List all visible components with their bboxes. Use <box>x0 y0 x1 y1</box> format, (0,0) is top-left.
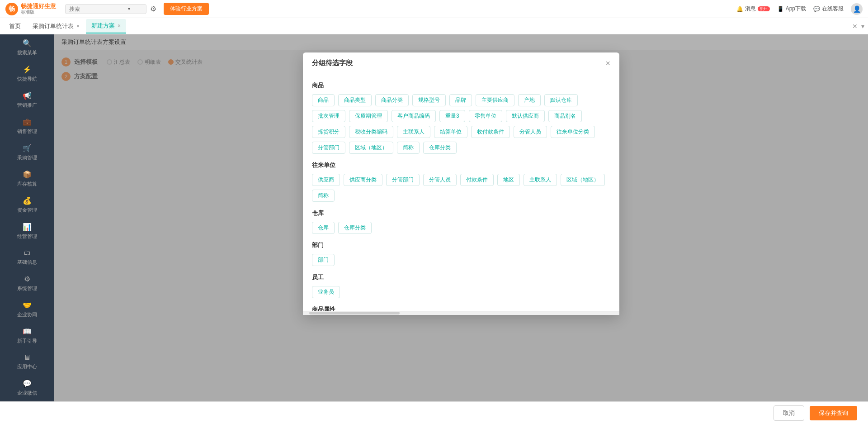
logo-text: 畅捷通好生意 标准版 <box>21 3 56 15</box>
sidebar-item-13[interactable]: 💬企业微信 <box>0 375 54 401</box>
tab-home-label: 首页 <box>9 22 21 30</box>
sidebar-icon-11: 📖 <box>23 327 32 336</box>
scrollbar-thumb[interactable] <box>309 312 400 314</box>
sidebar-item-5[interactable]: 📦库存核算 <box>0 166 54 192</box>
top-right-area: 🔔 消息 99+ 📱 App下载 💬 在线客服 👤 <box>736 3 863 15</box>
app-download-item[interactable]: 📱 App下载 <box>777 5 806 13</box>
settings-icon[interactable]: ⚙ <box>150 5 156 13</box>
field-tag-1-8[interactable]: 简称 <box>312 190 335 202</box>
field-tag-0-11[interactable]: 重量3 <box>439 110 465 122</box>
field-tag-0-14[interactable]: 商品别名 <box>548 110 582 122</box>
field-tag-0-15[interactable]: 拣货积分 <box>312 126 345 138</box>
field-tag-1-3[interactable]: 分管人员 <box>423 174 457 186</box>
modal-header: 分组待选字段 × <box>303 52 619 74</box>
sidebar-item-10[interactable]: 🤝企业协同 <box>0 296 54 323</box>
field-list-3: 部门 <box>312 254 610 266</box>
field-list-4: 业务员 <box>312 286 610 298</box>
sidebar-item-1[interactable]: ⚡快捷导航 <box>0 61 54 87</box>
sidebar-icon-13: 💬 <box>23 379 32 388</box>
field-group-title-1: 往来单位 <box>312 161 610 169</box>
sidebar-item-7[interactable]: 📊经营管理 <box>0 218 54 244</box>
field-tag-1-1[interactable]: 供应商分类 <box>344 174 382 186</box>
service-icon: 💬 <box>813 6 820 12</box>
sidebar-item-11[interactable]: 📖新手引导 <box>0 323 54 349</box>
field-tag-0-24[interactable]: 简称 <box>397 142 420 154</box>
sidebar-item-4[interactable]: 🛒采购管理 <box>0 139 54 166</box>
search-input[interactable] <box>69 6 128 12</box>
search-box[interactable]: ▾ <box>65 4 146 14</box>
field-tag-1-5[interactable]: 地区 <box>497 174 520 186</box>
avatar[interactable]: 👤 <box>851 3 863 15</box>
field-tag-0-3[interactable]: 规格型号 <box>412 94 446 106</box>
field-tag-2-1[interactable]: 仓库分类 <box>338 222 372 234</box>
modal-close-button[interactable]: × <box>605 59 610 67</box>
field-tag-3-0[interactable]: 部门 <box>312 254 335 266</box>
sidebar-label-9: 系统管理 <box>17 285 37 292</box>
search-dropdown-icon[interactable]: ▾ <box>128 6 130 11</box>
field-tag-1-6[interactable]: 主联系人 <box>524 174 557 186</box>
field-tag-1-0[interactable]: 供应商 <box>312 174 340 186</box>
field-tag-0-17[interactable]: 主联系人 <box>397 126 430 138</box>
sidebar-item-9[interactable]: ⚙系统管理 <box>0 270 54 296</box>
experience-button[interactable]: 体验行业方案 <box>164 3 209 15</box>
tab-new-plan[interactable]: 新建方案 × <box>86 19 126 33</box>
tab-action-close[interactable]: ✕ <box>852 23 858 30</box>
cancel-button[interactable]: 取消 <box>774 405 804 421</box>
field-tag-0-13[interactable]: 默认供应商 <box>506 110 545 122</box>
sidebar-item-0[interactable]: 🔍搜索菜单 <box>0 34 54 61</box>
sidebar-item-8[interactable]: 🗂基础信息 <box>0 244 54 270</box>
tab-action-more[interactable]: ▾ <box>861 23 864 30</box>
field-tag-0-19[interactable]: 收付款条件 <box>471 126 510 138</box>
sidebar-label-2: 营销推广 <box>17 102 37 109</box>
field-tag-4-0[interactable]: 业务员 <box>312 286 340 298</box>
field-group-title-0: 商品 <box>312 81 610 90</box>
field-tag-0-22[interactable]: 分管部门 <box>312 142 345 154</box>
field-tag-1-2[interactable]: 分管部门 <box>386 174 420 186</box>
field-tag-0-16[interactable]: 税收分类编码 <box>349 126 393 138</box>
tab-purchase-stat-close[interactable]: × <box>76 23 80 29</box>
notification-item[interactable]: 🔔 消息 99+ <box>736 5 770 13</box>
sidebar-item-3[interactable]: 💼销售管理 <box>0 113 54 139</box>
field-tag-1-7[interactable]: 区域（地区） <box>561 174 605 186</box>
field-tag-2-0[interactable]: 仓库 <box>312 222 335 234</box>
logo-icon: 畅 <box>5 3 18 15</box>
sidebar-icon-3: 💼 <box>23 118 32 126</box>
save-query-button[interactable]: 保存并查询 <box>810 406 857 420</box>
field-tag-0-10[interactable]: 客户商品编码 <box>392 110 436 122</box>
field-tag-0-6[interactable]: 产地 <box>518 94 541 106</box>
field-tag-1-4[interactable]: 付款条件 <box>460 174 494 186</box>
field-tag-0-8[interactable]: 批次管理 <box>312 110 345 122</box>
modal: 分组待选字段 × 商品商品商品类型商品分类规格型号品牌主要供应商产地默认仓库批次… <box>303 52 619 315</box>
field-list-2: 仓库仓库分类 <box>312 222 610 234</box>
field-tag-0-18[interactable]: 结算单位 <box>434 126 467 138</box>
field-tag-0-4[interactable]: 品牌 <box>449 94 472 106</box>
online-service-item[interactable]: 💬 在线客服 <box>813 5 844 13</box>
field-tag-0-23[interactable]: 区域（地区） <box>349 142 393 154</box>
field-tag-0-5[interactable]: 主要供应商 <box>476 94 514 106</box>
sidebar-item-6[interactable]: 💰资金管理 <box>0 192 54 218</box>
sidebar-item-12[interactable]: 🖥应用中心 <box>0 349 54 375</box>
modal-body: 商品商品商品类型商品分类规格型号品牌主要供应商产地默认仓库批次管理保质期管理客户… <box>303 74 619 311</box>
sidebar-icon-8: 🗂 <box>24 249 31 257</box>
field-tag-0-12[interactable]: 零售单位 <box>469 110 502 122</box>
tab-bar: 首页 采购订单统计表 × 新建方案 × ✕ ▾ <box>0 18 868 34</box>
footer: 取消 保存并查询 <box>0 401 868 424</box>
field-tag-0-21[interactable]: 往来单位分类 <box>551 126 595 138</box>
field-tag-0-20[interactable]: 分管人员 <box>514 126 547 138</box>
sidebar-item-2[interactable]: 📢营销推广 <box>0 87 54 113</box>
notification-icon: 🔔 <box>736 6 743 12</box>
field-tag-0-25[interactable]: 仓库分类 <box>423 142 457 154</box>
sidebar-icon-12: 🖥 <box>24 353 31 362</box>
field-tag-0-1[interactable]: 商品类型 <box>338 94 372 106</box>
field-list-1: 供应商供应商分类分管部门分管人员付款条件地区主联系人区域（地区）简称 <box>312 174 610 202</box>
tab-home[interactable]: 首页 <box>4 19 26 33</box>
sidebar-label-10: 企业协同 <box>17 311 37 318</box>
field-tag-0-0[interactable]: 商品 <box>312 94 335 106</box>
field-tag-0-2[interactable]: 商品分类 <box>375 94 409 106</box>
field-tag-0-9[interactable]: 保质期管理 <box>349 110 388 122</box>
tab-new-plan-close[interactable]: × <box>118 23 121 29</box>
horizontal-scrollbar[interactable] <box>303 311 619 315</box>
sidebar-icon-1: ⚡ <box>23 65 32 74</box>
tab-purchase-stat[interactable]: 采购订单统计表 × <box>27 19 85 33</box>
field-tag-0-7[interactable]: 默认仓库 <box>544 94 578 106</box>
